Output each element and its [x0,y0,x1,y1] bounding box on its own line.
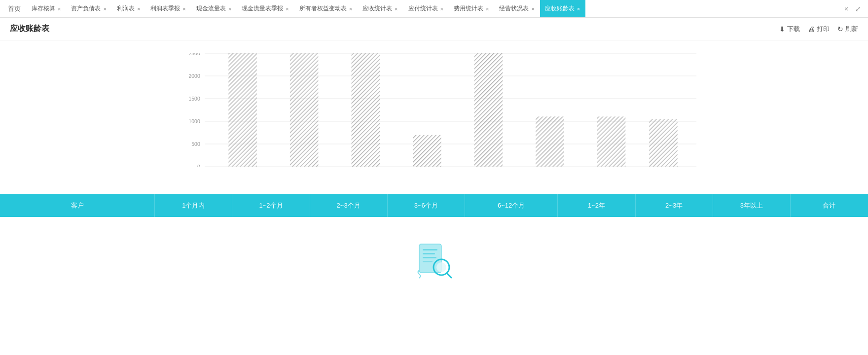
close-window-button[interactable]: × [842,5,850,13]
tab-bar: 首页 库存核算 × 资产负债表 × 利润表 × 利润表季报 × 现金流量表 × … [0,0,868,18]
window-controls: × ⤢ [838,5,866,13]
col-header-1-2year: 1~2年 [558,194,635,217]
close-profit-quarterly-tab[interactable]: × [182,6,185,12]
svg-rect-23 [423,253,435,254]
svg-text:500: 500 [191,141,200,147]
tab-inventory[interactable]: 库存核算 × [27,0,66,18]
page-header: 应收账龄表 ⬇ 下载 🖨 打印 ↻ 刷新 [0,18,868,40]
close-equity-tab[interactable]: × [349,6,352,12]
tab-profit[interactable]: 利润表 × [112,0,145,18]
col-header-total: 合计 [791,194,868,217]
close-cashflow-quarterly-tab[interactable]: × [286,6,289,12]
svg-text:2500: 2500 [188,53,200,56]
col-header-6-12month: 6~12个月 [465,194,558,217]
tab-expense-stat[interactable]: 费用统计表 × [449,0,494,18]
close-cashflow-tab[interactable]: × [228,6,231,12]
maximize-window-button[interactable]: ⤢ [854,5,862,13]
bar-1-2year [536,116,564,167]
tab-equity[interactable]: 所有者权益变动表 × [294,0,358,18]
bar-2-3year [597,116,626,167]
bar-6-12month [474,53,503,167]
svg-rect-24 [423,257,436,258]
close-ar-stat-tab[interactable]: × [395,6,398,12]
col-header-customer: 客户 [0,194,155,217]
tab-cashflow[interactable]: 现金流量表 × [191,0,237,18]
bar-3-6month [413,135,441,167]
tab-ar-aging[interactable]: 应收账龄表 × [540,0,585,18]
svg-text:1500: 1500 [188,96,200,102]
tab-cashflow-quarterly[interactable]: 现金流量表季报 × [237,0,294,18]
svg-point-27 [436,262,446,272]
print-icon: 🖨 [808,25,815,33]
refresh-icon: ↻ [837,25,843,33]
close-ops-status-tab[interactable]: × [531,6,534,12]
chart-container: 2500 2000 1500 1000 500 0 1月内 1~2月 [10,48,858,186]
table-header: 客户 1个月内 1~2个月 2~3个月 3~6个月 6~12个月 1~2年 2~… [0,194,868,217]
bar-3plus-year [649,119,678,167]
close-profit-tab[interactable]: × [137,6,140,12]
table-section: 客户 1个月内 1~2个月 2~3个月 3~6个月 6~12个月 1~2年 2~… [0,194,868,307]
content-area: 2500 2000 1500 1000 500 0 1月内 1~2月 [0,40,868,355]
tab-ap-stat[interactable]: 应付统计表 × [403,0,449,18]
tab-balance[interactable]: 资产负债表 × [66,0,111,18]
page-title: 应收账龄表 [10,24,49,34]
refresh-button[interactable]: ↻ 刷新 [837,25,858,34]
tab-profit-quarterly[interactable]: 利润表季报 × [145,0,191,18]
empty-state [0,217,868,307]
svg-text:1000: 1000 [188,118,200,124]
bar-1-2month [290,53,319,167]
col-header-2-3month: 2~3个月 [310,194,388,217]
col-header-3plus: 3年以上 [713,194,791,217]
svg-rect-25 [423,261,433,262]
bar-chart: 2500 2000 1500 1000 500 0 1月内 1~2月 [39,53,833,167]
col-header-2-3year: 2~3年 [636,194,713,217]
print-button[interactable]: 🖨 打印 [808,25,830,34]
tab-ar-stat[interactable]: 应收统计表 × [358,0,403,18]
svg-text:2000: 2000 [188,73,200,79]
chart-section: 2500 2000 1500 1000 500 0 1月内 1~2月 [0,40,868,194]
close-ar-aging-tab[interactable]: × [577,6,580,12]
download-button[interactable]: ⬇ 下载 [779,25,800,34]
svg-text:0: 0 [197,164,200,167]
close-balance-tab[interactable]: × [103,6,106,12]
col-header-3-6month: 3~6个月 [388,194,465,217]
close-ap-stat-tab[interactable]: × [440,6,443,12]
col-header-1month: 1个月内 [155,194,232,217]
svg-rect-22 [423,249,437,250]
bar-2-3month [352,53,380,167]
svg-line-28 [447,273,451,278]
empty-icon [409,237,459,287]
close-inventory-tab[interactable]: × [58,6,61,12]
tab-home[interactable]: 首页 [2,4,27,13]
bar-1month [228,53,257,167]
tab-ops-status[interactable]: 经营状况表 × [494,0,540,18]
header-actions: ⬇ 下载 🖨 打印 ↻ 刷新 [779,25,858,34]
col-header-1-2month: 1~2个月 [232,194,310,217]
close-expense-stat-tab[interactable]: × [486,6,489,12]
download-icon: ⬇ [779,25,785,33]
